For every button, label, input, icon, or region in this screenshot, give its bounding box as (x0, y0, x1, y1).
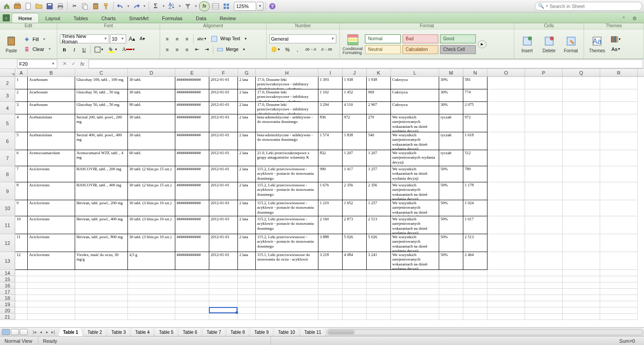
cell[interactable]: 1 207 (343, 150, 367, 166)
cell[interactable]: 1 257 (367, 200, 391, 216)
cell[interactable]: 115.1, Leki przeciwwirusowe do stosowani… (256, 252, 318, 270)
italic-button[interactable]: I (70, 45, 79, 54)
merge-dropdown-icon[interactable]: ▼ (239, 45, 248, 54)
cell[interactable] (487, 295, 525, 301)
fill-button[interactable] (22, 35, 32, 44)
cell[interactable] (439, 301, 463, 307)
redo-dropdown-icon[interactable]: ▼ (142, 1, 147, 11)
cell[interactable]: 115.2, Leki przeciwwirusowe - acyklowir … (256, 166, 318, 182)
cell[interactable] (525, 295, 563, 301)
cell[interactable] (600, 102, 638, 114)
cell[interactable] (75, 301, 128, 307)
view-normal-icon[interactable] (2, 329, 10, 335)
delete-cells-button[interactable]: Delete (539, 31, 559, 58)
cell[interactable]: 5 (15, 132, 28, 150)
comma-button[interactable]: , (293, 45, 302, 54)
accept-formula-icon[interactable]: ✓ (69, 59, 78, 68)
sort-icon[interactable]: AZ (167, 1, 177, 11)
align-top-icon[interactable]: ≡ (163, 34, 172, 43)
cell[interactable] (525, 89, 563, 102)
print-icon[interactable] (55, 1, 65, 11)
cell[interactable] (318, 314, 343, 320)
sheet-tab[interactable]: Table 6 (178, 328, 202, 337)
cell[interactable]: We wszystkich wskazaniach na dzień wydan… (391, 166, 439, 182)
cell[interactable] (318, 282, 343, 289)
row-header[interactable]: 20 (0, 307, 15, 314)
help-icon[interactable]: ? (267, 1, 277, 11)
home-icon[interactable] (2, 1, 12, 11)
row-header[interactable]: 6 (0, 132, 15, 150)
cell[interactable]: Cukrzyca (391, 102, 439, 114)
row-header[interactable]: 14 (0, 270, 15, 276)
cell[interactable]: 1 102 (318, 89, 343, 102)
merge-button[interactable] (215, 45, 225, 54)
ribbon-tab-tables[interactable]: Tables (67, 13, 95, 23)
column-header-O[interactable]: O (487, 69, 525, 76)
cell[interactable] (238, 295, 256, 301)
cell[interactable]: 540 (367, 132, 391, 150)
cell[interactable]: Acebutololum (28, 114, 75, 132)
cell[interactable] (256, 270, 318, 276)
undo-icon[interactable] (115, 1, 125, 11)
cell[interactable]: 3 (15, 102, 28, 114)
cell[interactable] (238, 276, 256, 282)
cell[interactable] (318, 307, 343, 314)
cell[interactable]: 30 tabl. (128, 114, 175, 132)
toolbox2-icon[interactable] (221, 1, 231, 11)
cell[interactable]: 2 lata (238, 114, 256, 132)
cells-area[interactable]: 1AcarbosumGlucobay 100, tabl. , 100 mg30… (15, 77, 638, 320)
cell[interactable] (367, 295, 391, 301)
cell[interactable]: 2012-01-01 (209, 77, 238, 89)
cell[interactable]: HASCOVIR, tabl. , 400 mg (75, 182, 128, 200)
column-header-L[interactable]: L (391, 69, 439, 76)
cell[interactable]: 2 lata (238, 150, 256, 166)
cell[interactable]: Acarbosum (28, 102, 75, 114)
cell[interactable] (15, 301, 28, 307)
cell[interactable] (563, 182, 600, 200)
cell[interactable] (439, 282, 463, 289)
align-bottom-icon[interactable]: ≡ (182, 34, 191, 43)
cell[interactable] (463, 276, 487, 282)
cell[interactable]: 60 tabl. (128, 150, 175, 166)
cell[interactable] (525, 132, 563, 150)
cell[interactable] (487, 102, 525, 114)
autosum-dropdown-icon[interactable]: ▼ (161, 1, 166, 11)
cell[interactable]: 3 294 (318, 102, 343, 114)
cell[interactable] (600, 166, 638, 182)
cell[interactable] (563, 307, 600, 314)
style-bad[interactable]: Bad (402, 34, 438, 43)
cell[interactable]: ############ (175, 77, 209, 89)
cell[interactable]: We wszystkich zarejestrowanych wskazania… (391, 200, 439, 216)
cell[interactable] (28, 282, 75, 289)
cell[interactable]: 972 (343, 114, 367, 132)
cell[interactable] (525, 282, 563, 289)
cell[interactable]: 5 026 (343, 234, 367, 252)
cell[interactable] (525, 114, 563, 132)
cell[interactable]: 2 lata (238, 216, 256, 234)
cell[interactable]: Aciclovirum (28, 252, 75, 270)
paste-button[interactable]: Paste (3, 31, 20, 58)
cell[interactable] (487, 182, 525, 200)
cell[interactable] (487, 89, 525, 102)
name-box[interactable]: F20▼ (17, 59, 57, 68)
cell[interactable] (128, 289, 175, 295)
style-neutral[interactable]: Neutral (365, 45, 401, 54)
column-header-H[interactable]: H (256, 69, 318, 76)
sheet-tab[interactable]: Table 4 (130, 328, 154, 337)
cell[interactable]: We wszystkich zarejestrowanych wskazania… (391, 132, 439, 150)
cell[interactable]: We wszystkich zarejestrowanych wskazania… (391, 216, 439, 234)
cell[interactable]: Glucobay 50, tabl. , 50 mg (75, 89, 128, 102)
cell[interactable] (525, 289, 563, 295)
cell[interactable] (600, 289, 638, 295)
cell[interactable] (391, 276, 439, 282)
cell[interactable] (367, 270, 391, 276)
row-header[interactable]: 2 (0, 77, 15, 89)
row-header[interactable]: 12 (0, 234, 15, 252)
row-header[interactable]: 18 (0, 295, 15, 301)
cell[interactable]: 2012-01-01 (209, 252, 238, 270)
cell[interactable]: Glucobay 100, tabl. , 100 mg (75, 77, 128, 89)
format-painter-icon[interactable] (102, 1, 111, 11)
align-right-icon[interactable]: ≡ (182, 45, 191, 54)
cell[interactable] (463, 270, 487, 276)
cell[interactable] (75, 295, 128, 301)
